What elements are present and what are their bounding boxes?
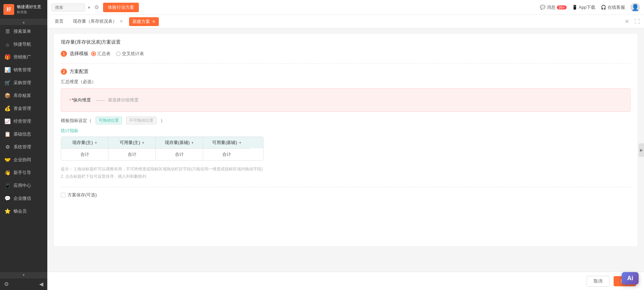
tab-new-plan-close-icon[interactable]: ✕: [152, 19, 155, 24]
stats-body-cell-0-0: 合计: [61, 148, 108, 160]
topbar-right: 💬 消息 99+ 📱 App下载 🎧 在线客服 👤: [540, 3, 640, 12]
step1-section: 1 选择模板 汇总表 交叉统计表: [61, 51, 630, 57]
tab-inventory-status-label: 现存量（库存状况表）: [73, 18, 117, 24]
step2-badge: 2: [61, 69, 67, 75]
sidebar-item-sales[interactable]: 📊 销售管理: [0, 64, 47, 76]
sidebar-bottom: ⚙ ◀: [0, 278, 47, 290]
user-avatar[interactable]: 👤: [630, 3, 640, 12]
sidebar-item-label: 畅会员: [14, 208, 27, 214]
sidebar-item-search-menu[interactable]: ☰ 搜索菜单: [0, 25, 47, 38]
vertical-dim-text: *纵向维度: [72, 97, 91, 103]
collapse-icon[interactable]: ◀: [39, 281, 43, 287]
app-name-block: 畅捷通好生意 标准版: [17, 4, 41, 15]
messages-item[interactable]: 💬 消息 99+: [540, 4, 567, 10]
stats-section-label: 统计指标: [61, 128, 630, 134]
dropdown-arrow-icon[interactable]: ▾: [88, 5, 90, 10]
vertical-dim-area[interactable]: * *纵向维度 —— 请选择分组维度: [61, 88, 630, 112]
app-name: 畅捷通好生意: [17, 4, 41, 10]
draggable-tag: 可拖动位置: [96, 117, 122, 124]
sidebar-item-app-center[interactable]: 📱 应用中心: [0, 179, 47, 192]
search-input[interactable]: [51, 3, 85, 11]
sidebar-scroll-down[interactable]: ▼: [0, 272, 47, 278]
gear-icon[interactable]: ⚙: [94, 4, 99, 10]
sidebar-item-label: 营销推广: [14, 54, 31, 60]
close-window-icon[interactable]: ✕: [623, 18, 630, 25]
step1-badge: 1: [61, 51, 67, 57]
radio-cross[interactable]: 交叉统计表: [116, 51, 144, 57]
template-indicator-label: 模板指标设定（: [61, 118, 92, 124]
stats-header-label-3: 可用量(基辅): [212, 140, 237, 146]
phone-icon: 📱: [572, 5, 577, 10]
search-menu-icon: ☰: [4, 28, 11, 34]
chevron-down-icon-0[interactable]: ▾: [95, 141, 97, 145]
tab-home[interactable]: 首页: [50, 15, 68, 28]
expand-window-icon[interactable]: ⛶: [633, 19, 641, 25]
sidebar-item-enterprise[interactable]: 🤝 企业协同: [0, 153, 47, 166]
stats-header-cell-3[interactable]: 可用量(基辅) ▾: [203, 137, 250, 148]
sidebar-item-quick-nav[interactable]: ⌂ 快捷导航: [0, 38, 47, 51]
enterprise-icon: 🤝: [4, 157, 11, 163]
system-icon: ⚙: [4, 144, 11, 150]
membership-icon: ⭐: [4, 208, 11, 214]
sidebar-item-finance[interactable]: 💰 资金管理: [0, 102, 47, 115]
tips-area: 提示： 1.拖动标题栏可以调整布局，不可跨维度或指标区域拖动栏目字段(只能在同一…: [61, 166, 630, 180]
topbar: ▾ ⚙ 体验行业方案 💬 消息 99+ 📱 App下载 🎧 在线客服 👤: [47, 0, 644, 15]
template-indicator-row: 模板指标设定（ 可拖动位置 不可拖动位置 ）: [61, 117, 630, 124]
chevron-down-icon-3[interactable]: ▾: [239, 141, 241, 145]
stats-header-label-1: 可用量(主): [120, 140, 140, 146]
radio-summary[interactable]: 汇总表: [91, 51, 110, 57]
save-checkbox[interactable]: [61, 193, 66, 197]
sidebar-item-label: 搜索菜单: [14, 28, 31, 34]
sidebar-item-inventory[interactable]: 📦 库存核算: [0, 89, 47, 102]
sidebar-item-membership[interactable]: ⭐ 畅会员: [0, 205, 47, 218]
divider-1: [61, 64, 630, 64]
tab-inventory-status[interactable]: 现存量（库存状况表） ✕: [68, 15, 128, 28]
tab-home-label: 首页: [55, 18, 64, 24]
indicator-close-label: ）: [160, 118, 165, 124]
bottom-bar: 取消 查询: [47, 272, 644, 290]
window-controls: ✕ ⛶: [623, 18, 641, 25]
operations-icon: 📈: [4, 118, 11, 124]
stats-body-cell-0-1: 合计: [108, 148, 156, 160]
ai-fab-button[interactable]: Ai: [622, 272, 639, 285]
stats-header-cell-0[interactable]: 现存量(主) ▾: [61, 137, 108, 148]
app-download-item[interactable]: 📱 App下载: [572, 4, 595, 10]
radio-summary-label: 汇总表: [97, 51, 110, 57]
inventory-icon: 📦: [4, 93, 11, 99]
stats-table: 现存量(主) ▾ 可用量(主) ▾ 现存量(基辅) ▾ 可用量(基辅): [61, 137, 264, 161]
save-label: 方案保存(可选): [68, 192, 97, 198]
save-row: 方案保存(可选): [61, 192, 630, 198]
sidebar-item-basic-info[interactable]: 📋 基础信息: [0, 128, 47, 141]
new-guide-icon: 👋: [4, 170, 11, 176]
sidebar-item-label: 企业协同: [14, 157, 31, 163]
sidebar-item-purchase[interactable]: 🛒 采购管理: [0, 76, 47, 89]
non-draggable-tag: 不可拖动位置: [126, 117, 156, 124]
stats-header-label-0: 现存量(主): [72, 140, 93, 146]
message-icon: 💬: [540, 5, 545, 10]
summary-dim-label: 汇总维度（必选）: [61, 79, 630, 85]
step1-title: 选择模板: [70, 51, 89, 57]
cancel-button[interactable]: 取消: [587, 276, 610, 287]
sidebar-item-enterprise-wechat[interactable]: 💬 企业微信: [0, 192, 47, 205]
main-panel: 现存量(库存状况表)方案设置 1 选择模板 汇总表 交叉统计表: [54, 34, 637, 246]
stats-header-cell-1[interactable]: 可用量(主) ▾: [108, 137, 156, 148]
sidebar-item-new-guide[interactable]: 👋 新手引导: [0, 166, 47, 179]
sidebar-scroll-up[interactable]: ▲: [0, 19, 47, 25]
purchase-icon: 🛒: [4, 80, 11, 86]
radio-cross-circle: [116, 51, 121, 56]
right-panel-collapse-btn[interactable]: ▶: [639, 143, 644, 157]
chevron-down-icon-2[interactable]: ▾: [192, 141, 194, 145]
tab-inventory-status-close-icon[interactable]: ✕: [120, 19, 123, 24]
quick-nav-icon: ⌂: [4, 42, 11, 47]
sidebar-item-system[interactable]: ⚙ 系统管理: [0, 141, 47, 153]
tab-new-plan[interactable]: 新建方案 ✕: [129, 17, 159, 26]
chevron-down-icon-1[interactable]: ▾: [142, 141, 144, 145]
sidebar-item-marketing[interactable]: 🎁 营销推广: [0, 51, 47, 64]
settings-icon[interactable]: ⚙: [4, 281, 9, 287]
stats-header-cell-2[interactable]: 现存量(基辅) ▾: [156, 137, 203, 148]
online-service-item[interactable]: 🎧 在线客服: [601, 4, 625, 10]
trial-industry-button[interactable]: 体验行业方案: [103, 3, 139, 12]
sidebar-nav: ☰ 搜索菜单 ⌂ 快捷导航 🎁 营销推广 📊 销售管理 🛒 采购管理 📦 库存核…: [0, 25, 47, 272]
sidebar-item-label: 库存核算: [14, 93, 31, 99]
sidebar-item-operations[interactable]: 📈 经营管理: [0, 115, 47, 128]
